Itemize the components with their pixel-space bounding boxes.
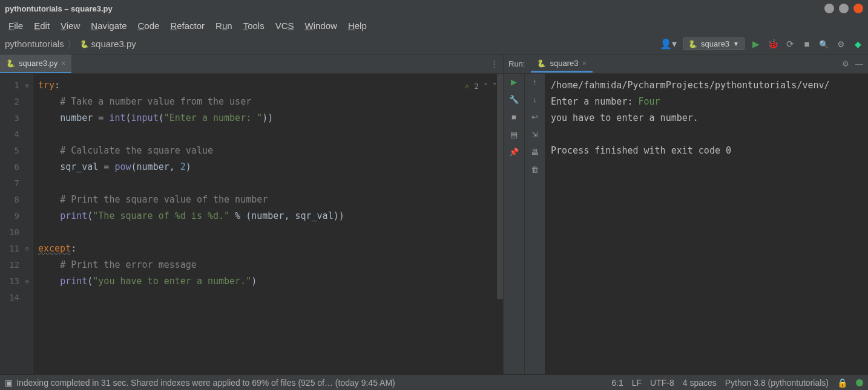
close-tab-icon[interactable]: × xyxy=(61,59,65,68)
editor-tabs: square3.py × ⋮ xyxy=(0,54,503,74)
editor-scrollbar[interactable] xyxy=(496,74,503,374)
run-settings-icon[interactable]: ⚙ xyxy=(842,59,849,68)
menu-view[interactable]: View xyxy=(56,19,85,32)
run-tab[interactable]: square3 × xyxy=(531,56,593,73)
python-file-icon xyxy=(6,59,15,68)
stop-button[interactable]: ■ xyxy=(801,39,812,49)
tool-window-icon[interactable]: ▣ xyxy=(5,378,13,388)
soft-wrap-icon[interactable]: ↩ xyxy=(531,112,538,122)
lock-icon[interactable]: 🔒 xyxy=(837,378,847,388)
chevron-up-icon[interactable]: ˄ xyxy=(484,78,488,94)
wrench-icon[interactable]: 🔧 xyxy=(509,95,519,104)
editor-tab-actions[interactable]: ⋮ xyxy=(485,54,503,73)
run-toolbar-left: ▶ 🔧 ■ ▤ 📌 xyxy=(504,74,524,374)
run-config-name: square3 xyxy=(701,39,729,48)
titlebar: pythontutorials – square3.py xyxy=(0,0,868,17)
menu-window[interactable]: Window xyxy=(300,19,342,32)
run-exit-line: Process finished with exit code 0 xyxy=(551,145,731,156)
scroll-to-end-icon[interactable]: ⇲ xyxy=(531,130,538,139)
menu-edit[interactable]: Edit xyxy=(29,19,54,32)
run-button[interactable]: ▶ xyxy=(751,39,761,50)
run-config-selector[interactable]: square3 ▼ xyxy=(683,37,745,50)
run-body: ▶ 🔧 ■ ▤ 📌 ↑ ↓ ↩ ⇲ 🖶 🗑 /home/fahmida/Pych… xyxy=(504,74,868,374)
python-icon xyxy=(688,39,697,48)
search-icon[interactable] xyxy=(818,39,829,49)
warning-icon xyxy=(465,77,469,94)
breadcrumb-project[interactable]: pythontutorials xyxy=(5,39,64,49)
file-encoding[interactable]: UTF-8 xyxy=(650,378,674,388)
menu-code[interactable]: Code xyxy=(133,19,165,32)
line-separator[interactable]: LF xyxy=(632,378,642,388)
run-label: Run: xyxy=(508,59,525,68)
run-toolbar-right: ↑ ↓ ↩ ⇲ 🖶 🗑 xyxy=(524,74,545,374)
caret-position[interactable]: 6:1 xyxy=(611,378,623,388)
gutter: 1234567891011121314 xyxy=(0,74,33,374)
editor-tab-label: square3.py xyxy=(19,59,58,68)
window-controls xyxy=(824,4,863,13)
pin-icon[interactable]: 📌 xyxy=(509,148,519,157)
run-input: Four xyxy=(639,96,660,107)
add-user-icon[interactable]: 👤▾ xyxy=(660,38,677,50)
settings-icon[interactable] xyxy=(835,39,846,49)
run-pane: Run: square3 × ⚙ — ▶ 🔧 ■ ▤ 📌 ↑ ↓ ↩ xyxy=(504,54,868,374)
print-icon[interactable]: 🖶 xyxy=(531,148,539,157)
editor-body[interactable]: 1234567891011121314 try: # Take a number… xyxy=(0,74,503,374)
layout-icon[interactable]: ▤ xyxy=(510,130,518,139)
menubar: File Edit View Navigate Code Refactor Ru… xyxy=(0,17,868,34)
menu-run[interactable]: Run xyxy=(211,19,237,32)
warning-count: 2 xyxy=(474,78,479,94)
down-arrow-icon[interactable]: ↓ xyxy=(533,95,537,104)
maximize-button[interactable] xyxy=(839,4,849,13)
indent-info[interactable]: 4 spaces xyxy=(683,378,717,388)
run-path: /home/fahmida/PycharmProjects/pythontuto… xyxy=(551,80,830,91)
stop-run-button[interactable]: ■ xyxy=(511,112,516,122)
close-button[interactable] xyxy=(853,4,863,13)
debug-button[interactable]: 🐞 xyxy=(768,39,778,50)
window-title: pythontutorials – square3.py xyxy=(5,4,824,13)
editor-tab-square3[interactable]: square3.py × xyxy=(0,54,71,73)
editor-inspection-widget[interactable]: 2 ˄ ˅ xyxy=(465,77,497,94)
coverage-button[interactable]: ⟳ xyxy=(784,39,795,50)
menu-refactor[interactable]: Refactor xyxy=(165,19,209,32)
python-file-icon xyxy=(80,39,89,48)
up-arrow-icon[interactable]: ↑ xyxy=(533,77,537,86)
hide-run-icon[interactable]: — xyxy=(855,59,863,68)
statusbar: ▣ Indexing completed in 31 sec. Shared i… xyxy=(0,374,868,390)
editor-pane: square3.py × ⋮ 1234567891011121314 try: … xyxy=(0,54,504,374)
interpreter-info[interactable]: Python 3.8 (pythontutorials) xyxy=(725,378,829,388)
navbar: pythontutorials 〉 square3.py 👤▾ square3 … xyxy=(0,34,868,54)
main-content: square3.py × ⋮ 1234567891011121314 try: … xyxy=(0,54,868,374)
close-run-tab-icon[interactable]: × xyxy=(582,59,587,68)
menu-file[interactable]: File xyxy=(4,19,28,32)
chevron-down-icon: ▼ xyxy=(733,41,739,47)
breadcrumb-file[interactable]: square3.py xyxy=(91,39,136,49)
menu-help[interactable]: Help xyxy=(343,19,372,32)
status-ok-icon[interactable] xyxy=(856,379,863,386)
rerun-button[interactable]: ▶ xyxy=(511,77,517,86)
trash-icon[interactable]: 🗑 xyxy=(531,165,539,174)
breadcrumb-separator: 〉 xyxy=(67,37,77,51)
menu-navigate[interactable]: Navigate xyxy=(86,19,131,32)
status-message: Indexing completed in 31 sec. Shared ind… xyxy=(16,378,395,388)
python-icon xyxy=(537,59,546,68)
menu-tools[interactable]: Tools xyxy=(238,19,269,32)
pycharm-icon[interactable] xyxy=(852,39,863,49)
menu-vcs[interactable]: VCS xyxy=(271,19,299,32)
toolbar-right: 👤▾ square3 ▼ ▶ 🐞 ⟳ ■ xyxy=(660,37,863,50)
run-error-line: you have to enter a number. xyxy=(551,112,699,123)
breadcrumb: pythontutorials 〉 square3.py xyxy=(5,37,136,51)
run-output[interactable]: /home/fahmida/PycharmProjects/pythontuto… xyxy=(545,74,868,374)
run-header: Run: square3 × ⚙ — xyxy=(504,54,868,74)
minimize-button[interactable] xyxy=(824,4,834,13)
run-prompt: Enter a number: xyxy=(551,96,639,107)
code-area[interactable]: try: # Take a number value from the user… xyxy=(33,74,503,374)
run-tab-label: square3 xyxy=(550,59,578,68)
